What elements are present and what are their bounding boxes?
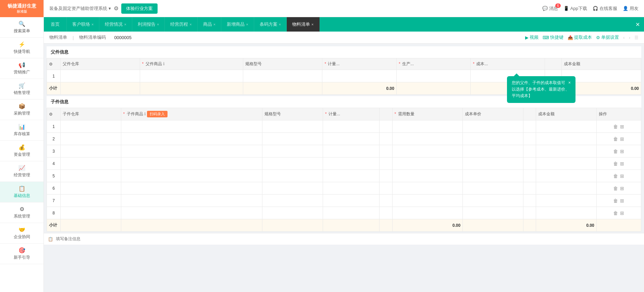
sidebar-item-search[interactable]: 🔍 搜索菜单 — [0, 17, 44, 38]
action-cost[interactable]: 📤 提取成本 — [568, 34, 592, 40]
tab-goods[interactable]: 商品 × — [198, 17, 221, 32]
parent-goods-cell[interactable] — [140, 70, 243, 82]
child-spec-cell[interactable] — [262, 182, 323, 195]
child-unit-cost-cell[interactable] — [463, 207, 523, 219]
delete-icon[interactable]: 🗑 — [613, 124, 618, 129]
child-spec-cell[interactable] — [262, 170, 323, 182]
child-spec-cell[interactable] — [262, 195, 323, 207]
sidebar-item-marketing[interactable]: 📢 营销推广 — [0, 58, 44, 79]
child-unit-cost-cell[interactable] — [463, 145, 523, 157]
sidebar-item-collab[interactable]: 🤝 企业协同 — [0, 223, 44, 244]
sidebar-item-finance[interactable]: 💰 资金管理 — [0, 141, 44, 161]
child-unit-cost-cell[interactable] — [463, 120, 523, 133]
child-col-settings[interactable]: ⚙ — [47, 108, 61, 120]
experience-button[interactable]: 体验行业方案 — [121, 3, 158, 14]
close-tab-bom[interactable]: × — [311, 22, 313, 26]
sidebar-item-inventory[interactable]: 📊 库存核算 — [0, 120, 44, 141]
child-qty-cell[interactable] — [392, 157, 462, 170]
child-spec-cell[interactable] — [262, 145, 323, 157]
close-tab-barcode[interactable]: × — [279, 22, 281, 26]
child-warehouse-cell[interactable] — [61, 145, 121, 157]
child-warehouse-cell[interactable] — [61, 182, 121, 195]
child-qty-cell[interactable] — [392, 133, 462, 145]
nav-prev[interactable]: ‹ — [623, 35, 624, 40]
tab-business-status[interactable]: 经营情况 × — [99, 17, 132, 32]
child-unit-cost-cell[interactable] — [463, 182, 523, 195]
delete-icon[interactable]: 🗑 — [613, 149, 618, 154]
parent-spec-cell[interactable] — [243, 70, 322, 82]
child-unit-cell[interactable] — [323, 207, 379, 219]
copy-icon[interactable]: ⊞ — [620, 136, 624, 142]
child-goods-cell[interactable] — [121, 195, 262, 207]
user-item[interactable]: 👤 用友 — [623, 5, 639, 12]
child-goods-cell[interactable] — [121, 207, 262, 219]
child-qty-cell[interactable] — [392, 182, 462, 195]
child-warehouse-cell[interactable] — [61, 133, 121, 145]
online-service-item[interactable]: 🎧 在线客服 — [593, 5, 617, 12]
delete-icon[interactable]: 🗑 — [613, 186, 618, 191]
sidebar-item-sales[interactable]: 🛒 销售管理 — [0, 79, 44, 100]
child-goods-cell[interactable] — [121, 170, 262, 182]
child-unit-cell[interactable] — [323, 133, 379, 145]
sidebar-item-basic[interactable]: 📋 基础信息 — [0, 182, 44, 202]
parent-prod-cell[interactable] — [396, 70, 471, 82]
close-tab-profit[interactable]: × — [157, 22, 159, 26]
copy-icon[interactable]: ⊞ — [620, 210, 624, 216]
close-tab-bs[interactable]: × — [124, 22, 126, 26]
tab-home[interactable]: 首页 — [44, 17, 67, 32]
child-spec-cell[interactable] — [262, 207, 323, 219]
child-unit-cell[interactable] — [323, 120, 379, 133]
child-unit-cell[interactable] — [323, 145, 379, 157]
child-goods-cell[interactable] — [121, 157, 262, 170]
parent-unit-cell[interactable] — [322, 70, 397, 82]
child-unit-cell[interactable] — [323, 195, 379, 207]
child-unit-cost-cell[interactable] — [463, 133, 523, 145]
sidebar-item-quicknav[interactable]: ⚡ 快捷导航 — [0, 38, 44, 58]
child-spec-cell[interactable] — [262, 157, 323, 170]
view-list[interactable]: ☰ — [634, 35, 639, 40]
delete-icon[interactable]: 🗑 — [613, 210, 618, 216]
copy-icon[interactable]: ⊞ — [620, 198, 624, 203]
action-shortcut[interactable]: ⌨ 快捷键 — [543, 34, 564, 40]
tooltip-close-button[interactable]: × — [568, 80, 571, 86]
close-tab-history[interactable]: × — [189, 22, 191, 26]
message-item[interactable]: 💬 消息 6 — [542, 5, 558, 12]
copy-icon[interactable]: ⊞ — [620, 186, 624, 191]
delete-icon[interactable]: 🗑 — [613, 136, 618, 142]
delete-icon[interactable]: 🗑 — [613, 161, 618, 166]
child-qty-cell[interactable] — [392, 145, 462, 157]
child-warehouse-cell[interactable] — [61, 120, 121, 133]
action-video[interactable]: ▶ 视频 — [525, 34, 538, 40]
sidebar-item-system[interactable]: ⚙ 系统管理 — [0, 202, 44, 223]
copy-icon[interactable]: ⊞ — [620, 124, 624, 129]
tab-profit[interactable]: 利润报告 × — [132, 17, 165, 32]
child-goods-cell[interactable] — [121, 145, 262, 157]
child-unit-cell[interactable] — [323, 170, 379, 182]
tab-history[interactable]: 经营历程 × — [165, 17, 197, 32]
close-tab-ng[interactable]: × — [246, 22, 248, 26]
copy-icon[interactable]: ⊞ — [620, 161, 624, 166]
tab-barcode[interactable]: 条码方案 × — [254, 17, 287, 32]
scan-button[interactable]: 扫码录入 — [147, 111, 168, 117]
child-unit-cost-cell[interactable] — [463, 170, 523, 182]
child-warehouse-cell[interactable] — [61, 170, 121, 182]
child-goods-cell[interactable] — [121, 133, 262, 145]
delete-icon[interactable]: 🗑 — [613, 173, 618, 179]
close-tab-customer[interactable]: × — [91, 22, 94, 26]
child-qty-cell[interactable] — [392, 170, 462, 182]
copy-icon[interactable]: ⊞ — [620, 173, 624, 179]
sidebar-item-purchase[interactable]: 📦 采购管理 — [0, 100, 44, 120]
child-spec-cell[interactable] — [262, 133, 323, 145]
child-qty-cell[interactable] — [392, 120, 462, 133]
child-warehouse-cell[interactable] — [61, 157, 121, 170]
child-goods-cell[interactable] — [121, 182, 262, 195]
child-qty-cell[interactable] — [392, 207, 462, 219]
child-warehouse-cell[interactable] — [61, 195, 121, 207]
child-unit-cost-cell[interactable] — [463, 157, 523, 170]
close-tab-goods[interactable]: × — [213, 22, 215, 26]
sidebar-item-business[interactable]: 📈 经营管理 — [0, 161, 44, 182]
sidebar-item-guide[interactable]: 🎯 新手引导 — [0, 244, 44, 264]
tab-customer[interactable]: 客户联络 × — [67, 17, 99, 32]
child-unit-cell[interactable] — [323, 157, 379, 170]
nav-next[interactable]: › — [629, 35, 630, 40]
